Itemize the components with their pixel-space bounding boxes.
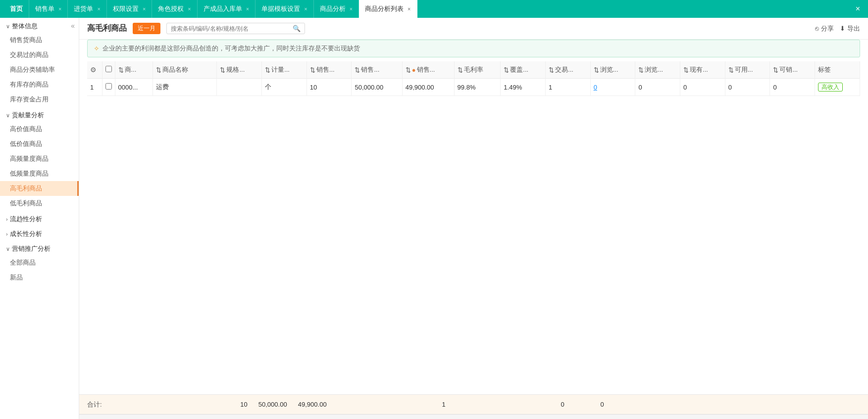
group-arrow-trend: ›: [6, 216, 8, 222]
search-box: 🔍: [166, 23, 305, 34]
close-purchase-tab[interactable]: ×: [97, 6, 100, 12]
nav-tab-analysis[interactable]: 商品分析 ×: [314, 0, 359, 18]
sidebar-item-all-goods[interactable]: 全部商品: [0, 255, 79, 270]
col-sales-qty[interactable]: ⇅销售...: [306, 61, 352, 79]
col-no[interactable]: ⇅商...: [115, 61, 153, 79]
sidebar-group-profit-analysis[interactable]: ∨ 贡献量分析: [0, 107, 79, 122]
group-arrow-growth: ›: [6, 231, 8, 237]
sort-icon-stock: ⇅: [683, 66, 689, 74]
cell-name: 运费: [153, 79, 217, 96]
sort-icon-trade: ⇅: [549, 66, 554, 74]
cell-sales-amount: 50,000.00: [352, 79, 402, 96]
sort-icon-unit: ⇅: [265, 66, 270, 74]
footer-coverage-spacer: [369, 401, 409, 408]
cell-browse1[interactable]: 0: [590, 79, 635, 96]
nav-tab-purchase[interactable]: 进货单 ×: [68, 0, 106, 18]
sidebar-item-low-value[interactable]: 低价值商品: [0, 137, 79, 151]
close-analysis-list-tab[interactable]: ×: [408, 6, 410, 12]
close-analysis-tab[interactable]: ×: [350, 6, 353, 12]
footer-label: 合计:: [87, 400, 102, 409]
close-role-tab[interactable]: ×: [188, 6, 191, 12]
cell-available: 0: [725, 79, 770, 96]
content-header: 高毛利商品 近一月 🔍 ⎋ 分享 ⬇ 导出: [79, 18, 868, 40]
close-template-tab[interactable]: ×: [304, 6, 307, 12]
col-available[interactable]: ⇅可用...: [725, 61, 770, 79]
col-sales-cost[interactable]: ⇅●销售...: [402, 61, 454, 79]
nav-tab-template[interactable]: 单据模板设置 ×: [255, 0, 313, 18]
sort-icon-sales-amount: ⇅: [355, 66, 360, 74]
nav-tab-role[interactable]: 角色授权 ×: [152, 0, 197, 18]
select-all-checkbox[interactable]: [105, 66, 112, 72]
table-row: 1 0000... 运费 个 10 50,000.00 49,900.00 99…: [87, 79, 860, 96]
sidebar-item-new-goods[interactable]: 新品: [0, 270, 79, 285]
window-close-button[interactable]: ×: [852, 4, 864, 13]
cell-checkbox[interactable]: [102, 79, 115, 96]
search-icon[interactable]: 🔍: [293, 25, 301, 32]
col-unit[interactable]: ⇅计量...: [262, 61, 307, 79]
sidebar-item-stock-goods[interactable]: 有库存的商品: [0, 77, 79, 92]
col-settings[interactable]: ⚙: [87, 61, 102, 79]
col-browse2[interactable]: ⇅浏览...: [635, 61, 680, 79]
footer-margin-spacer: [330, 401, 369, 408]
sidebar-collapse-button[interactable]: «: [71, 22, 75, 30]
footer-cells: 10 50,000.00 49,900.00 1 0 0: [112, 401, 607, 408]
nav-tab-sales[interactable]: 销售单 ×: [29, 0, 68, 18]
nav-tab-permission[interactable]: 权限设置 ×: [107, 0, 152, 18]
sort-icon-sellable: ⇅: [773, 66, 778, 74]
tag-badge-high-income: 高收入: [818, 83, 843, 92]
footer-browse1: [449, 401, 488, 408]
cell-current-stock: 0: [680, 79, 725, 96]
nav-tab-production[interactable]: 产成品入库单 ×: [198, 0, 255, 18]
close-sales-tab[interactable]: ×: [58, 6, 61, 12]
sidebar-item-low-margin[interactable]: 低毛利商品: [0, 196, 79, 211]
col-browse1[interactable]: ⇅浏览...: [590, 61, 635, 79]
col-sales-amount[interactable]: ⇅销售...: [352, 61, 402, 79]
cell-sales-qty: 10: [306, 79, 352, 96]
close-production-tab[interactable]: ×: [246, 6, 249, 12]
sort-icon-browse2: ⇅: [638, 66, 644, 74]
bottom-scrollbar[interactable]: [79, 414, 868, 419]
footer-sales-amount: 50,000.00: [251, 401, 290, 408]
settings-icon[interactable]: ⚙: [90, 66, 97, 74]
share-icon: ⎋: [815, 25, 819, 32]
cell-unit: 个: [262, 79, 307, 96]
sidebar-group-trend[interactable]: › 流趋性分析: [0, 211, 79, 226]
main-layout: « ∨ 整体信息 销售货商品 交易过的商品 商品分类辅助率 有库存的商品 库存资…: [0, 18, 868, 419]
share-button[interactable]: ⎋ 分享: [815, 24, 834, 33]
sort-icon-sales-qty: ⇅: [310, 66, 315, 74]
sidebar-item-high-value[interactable]: 高价值商品: [0, 122, 79, 137]
sidebar-item-sales-goods[interactable]: 销售货商品: [0, 33, 79, 47]
row-checkbox[interactable]: [105, 83, 112, 90]
sidebar-item-low-freq[interactable]: 低频量度商品: [0, 166, 79, 181]
header-actions: ⎋ 分享 ⬇ 导出: [815, 24, 860, 33]
sidebar-item-stock-ratio[interactable]: 库存资金占用: [0, 92, 79, 107]
col-margin-rate[interactable]: ⇅毛利率: [454, 61, 501, 79]
cell-code: 0000...: [115, 79, 153, 96]
sidebar-item-high-freq[interactable]: 高频量度商品: [0, 151, 79, 166]
sort-icon-available: ⇅: [728, 66, 734, 74]
col-sellable[interactable]: ⇅可销...: [770, 61, 815, 79]
date-filter-button[interactable]: 近一月: [133, 23, 160, 34]
export-button[interactable]: ⬇ 导出: [840, 24, 860, 33]
col-coverage[interactable]: ⇅覆盖...: [501, 61, 546, 79]
sidebar-item-traded-goods[interactable]: 交易过的商品: [0, 47, 79, 62]
sidebar-item-high-margin[interactable]: 高毛利商品: [0, 181, 79, 196]
col-spec[interactable]: ⇅规格...: [217, 61, 262, 79]
sidebar-group-growth[interactable]: › 成长性分析: [0, 226, 79, 240]
cell-tag: 高收入: [815, 79, 860, 96]
col-name[interactable]: ⇅商品名称: [153, 61, 217, 79]
nav-tab-home[interactable]: 首页: [4, 0, 29, 18]
cell-coverage: 1.49%: [501, 79, 546, 96]
cell-margin-rate: 99.8%: [454, 79, 501, 96]
footer-sales-cost: 49,900.00: [290, 401, 330, 408]
sidebar-group-marketing[interactable]: ∨ 营销推广分析: [0, 240, 79, 255]
content-area: 高毛利商品 近一月 🔍 ⎋ 分享 ⬇ 导出 ✧ 企业的主要的利润都是这部分商品创…: [79, 18, 868, 419]
sidebar-item-analysis-help[interactable]: 商品分类辅助率: [0, 62, 79, 77]
sidebar-group-overall[interactable]: ∨ 整体信息: [0, 18, 79, 33]
top-nav: 首页 销售单 × 进货单 × 权限设置 × 角色授权 × 产成品入库单 × 单据…: [0, 0, 868, 18]
search-input[interactable]: [171, 25, 290, 32]
col-trade-cnt[interactable]: ⇅交易...: [546, 61, 591, 79]
nav-tab-analysis-list[interactable]: 商品分析列表 ×: [359, 0, 417, 18]
close-permission-tab[interactable]: ×: [143, 6, 146, 12]
col-current-stock[interactable]: ⇅现有...: [680, 61, 725, 79]
